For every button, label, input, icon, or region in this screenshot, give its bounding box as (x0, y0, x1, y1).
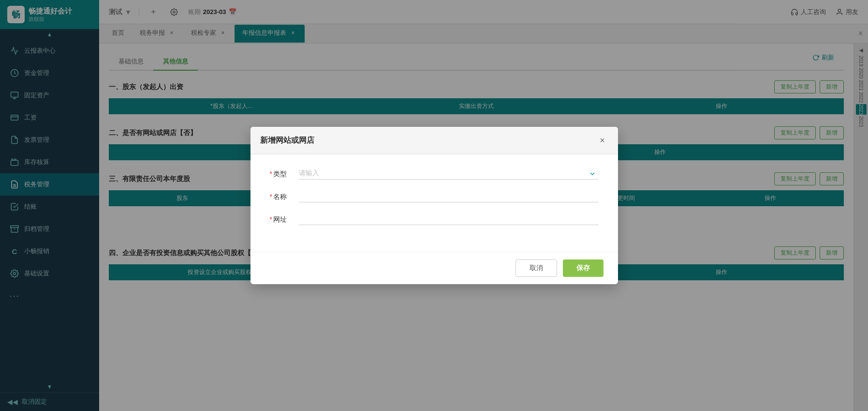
cancel-button[interactable]: 取消 (515, 259, 557, 277)
dialog-overlay[interactable]: 新增网站或网店 × *类型 *名称 (0, 0, 868, 411)
url-input[interactable] (299, 214, 599, 222)
form-input-wrap-url (299, 214, 599, 225)
dialog-close-button[interactable]: × (597, 135, 608, 146)
form-input-wrap-name (299, 192, 599, 202)
form-row-type: *类型 (270, 169, 599, 180)
dialog-footer: 取消 保存 (250, 252, 618, 284)
type-dropdown-icon[interactable] (588, 170, 596, 180)
type-input[interactable] (299, 169, 599, 177)
form-label-name: *名称 (270, 193, 299, 201)
form-label-type: *类型 (270, 170, 299, 179)
form-label-url: *网址 (270, 215, 299, 224)
save-button[interactable]: 保存 (563, 259, 603, 277)
name-input[interactable] (299, 192, 599, 199)
dialog-add-website: 新增网站或网店 × *类型 *名称 (250, 127, 618, 284)
form-row-name: *名称 (270, 192, 599, 202)
form-input-wrap-type (299, 169, 599, 180)
dialog-header: 新增网站或网店 × (250, 127, 618, 154)
dialog-body: *类型 *名称 (250, 154, 618, 252)
form-row-url: *网址 (270, 214, 599, 225)
dialog-title: 新增网站或网店 (260, 136, 314, 146)
